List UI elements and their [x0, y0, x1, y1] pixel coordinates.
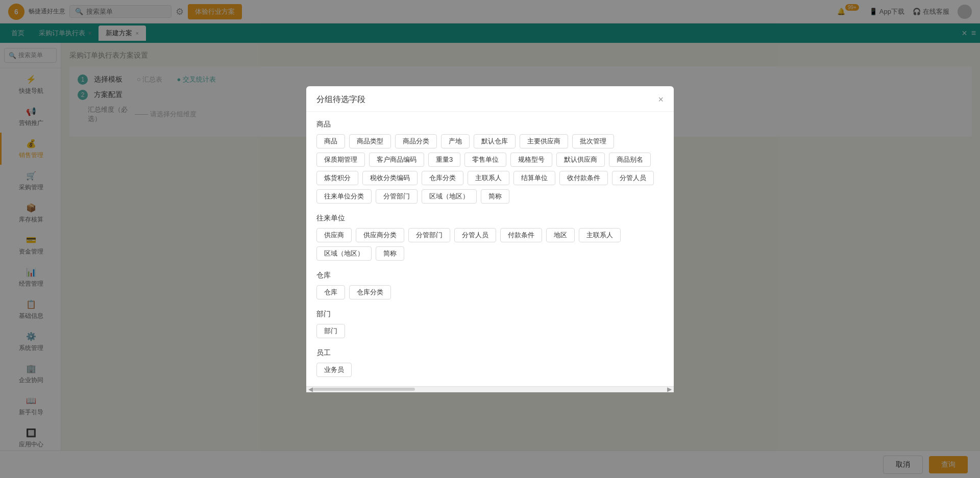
- field-section-partners: 往来单位 供应商 供应商分类 分管部门 分管人员 付款条件 地区 主联系人 区域…: [316, 214, 664, 261]
- field-tag-goods-4[interactable]: 默认仓库: [474, 134, 516, 148]
- field-tag-goods-2[interactable]: 商品分类: [395, 134, 437, 148]
- field-section-department: 部门 部门: [316, 310, 664, 338]
- field-tags-warehouse: 仓库 仓库分类: [316, 285, 664, 299]
- field-tag-goods-10[interactable]: 零售单位: [464, 153, 506, 167]
- horizontal-scroll-thumb[interactable]: [313, 388, 415, 391]
- field-tag-goods-0[interactable]: 商品: [316, 134, 345, 148]
- modal-overlay: 分组待选字段 × 商品 商品 商品类型 商品分类 产地 默认仓库 主要供应商 批…: [0, 0, 980, 478]
- section-partners-title: 往来单位: [316, 214, 664, 223]
- field-section-employee: 员工 业务员: [316, 348, 664, 377]
- section-warehouse-title: 仓库: [316, 271, 664, 280]
- field-tag-goods-8[interactable]: 客户商品编码: [369, 153, 424, 167]
- field-tag-goods-7[interactable]: 保质期管理: [316, 153, 365, 167]
- field-tag-warehouse-0[interactable]: 仓库: [316, 285, 345, 299]
- modal-close-btn[interactable]: ×: [658, 95, 664, 104]
- field-tag-department-0[interactable]: 部门: [316, 324, 345, 338]
- field-tag-partners-7[interactable]: 区域（地区）: [316, 246, 372, 261]
- field-tag-goods-20[interactable]: 分管人员: [612, 171, 654, 185]
- field-section-goods: 商品 商品 商品类型 商品分类 产地 默认仓库 主要供应商 批次管理 保质期管理…: [316, 120, 664, 204]
- modal-body[interactable]: 商品 商品 商品类型 商品分类 产地 默认仓库 主要供应商 批次管理 保质期管理…: [306, 112, 674, 386]
- scroll-right-arrow[interactable]: ▶: [667, 386, 672, 393]
- field-tag-partners-2[interactable]: 分管部门: [408, 228, 450, 242]
- field-tags-partners: 供应商 供应商分类 分管部门 分管人员 付款条件 地区 主联系人 区域（地区） …: [316, 228, 664, 261]
- field-tags-department: 部门: [316, 324, 664, 338]
- field-tag-partners-1[interactable]: 供应商分类: [356, 228, 404, 242]
- field-tag-goods-18[interactable]: 结算单位: [513, 171, 555, 185]
- field-tag-partners-4[interactable]: 付款条件: [500, 228, 542, 242]
- field-tag-goods-3[interactable]: 产地: [441, 134, 470, 148]
- field-tag-warehouse-1[interactable]: 仓库分类: [349, 285, 391, 299]
- field-section-warehouse: 仓库 仓库 仓库分类: [316, 271, 664, 299]
- modal-header: 分组待选字段 ×: [306, 86, 674, 112]
- field-tag-goods-9[interactable]: 重量3: [428, 153, 460, 167]
- field-tag-goods-13[interactable]: 商品别名: [609, 153, 651, 167]
- field-tag-goods-11[interactable]: 规格型号: [510, 153, 552, 167]
- section-goods-title: 商品: [316, 120, 664, 129]
- field-tag-goods-1[interactable]: 商品类型: [349, 134, 391, 148]
- scroll-left-arrow[interactable]: ◀: [308, 386, 313, 393]
- field-tag-goods-24[interactable]: 简称: [481, 189, 509, 204]
- modal-bottom-scrollbar[interactable]: ◀ ▶: [306, 386, 674, 392]
- field-tag-goods-15[interactable]: 税收分类编码: [362, 171, 418, 185]
- section-department-title: 部门: [316, 310, 664, 319]
- field-tag-goods-14[interactable]: 炼货积分: [316, 171, 358, 185]
- modal: 分组待选字段 × 商品 商品 商品类型 商品分类 产地 默认仓库 主要供应商 批…: [306, 86, 674, 392]
- field-tag-goods-19[interactable]: 收付款条件: [559, 171, 608, 185]
- field-tag-goods-22[interactable]: 分管部门: [376, 189, 418, 204]
- field-tags-employee: 业务员: [316, 363, 664, 377]
- field-tag-goods-6[interactable]: 批次管理: [572, 134, 614, 148]
- field-tags-goods: 商品 商品类型 商品分类 产地 默认仓库 主要供应商 批次管理 保质期管理 客户…: [316, 134, 664, 204]
- field-tag-partners-3[interactable]: 分管人员: [454, 228, 496, 242]
- field-tag-goods-23[interactable]: 区域（地区）: [422, 189, 477, 204]
- modal-title: 分组待选字段: [316, 94, 365, 105]
- field-tag-employee-0[interactable]: 业务员: [316, 363, 352, 377]
- field-tag-partners-0[interactable]: 供应商: [316, 228, 352, 242]
- field-tag-goods-21[interactable]: 往来单位分类: [316, 189, 372, 204]
- field-tag-goods-5[interactable]: 主要供应商: [520, 134, 568, 148]
- field-tag-goods-17[interactable]: 主联系人: [468, 171, 509, 185]
- field-tag-partners-8[interactable]: 简称: [376, 246, 404, 261]
- field-tag-partners-6[interactable]: 主联系人: [579, 228, 621, 242]
- field-tag-partners-5[interactable]: 地区: [546, 228, 575, 242]
- field-tag-goods-16[interactable]: 仓库分类: [422, 171, 463, 185]
- section-employee-title: 员工: [316, 348, 664, 358]
- field-tag-goods-12[interactable]: 默认供应商: [556, 153, 605, 167]
